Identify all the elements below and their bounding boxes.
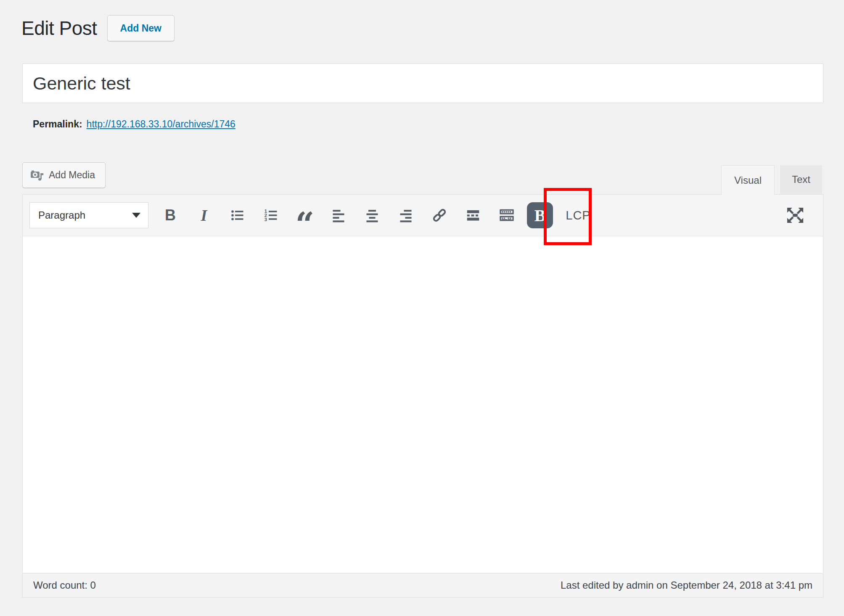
lcp-button-label: LCP	[566, 209, 590, 222]
editor-statusbar: Word count: 0 Last edited by admin on Se…	[23, 573, 823, 597]
permalink-link[interactable]: http://192.168.33.10/archives/1746	[87, 119, 235, 130]
bootstrap-icon: B	[534, 206, 546, 225]
add-media-label: Add Media	[49, 169, 95, 181]
page-title: Edit Post	[21, 17, 97, 40]
editor-content[interactable]	[23, 236, 823, 573]
read-more-button[interactable]	[460, 202, 487, 228]
fullscreen-button[interactable]	[782, 202, 809, 228]
italic-button[interactable]: I	[190, 202, 217, 228]
svg-text:3: 3	[265, 217, 267, 222]
align-center-button[interactable]	[359, 202, 386, 228]
align-left-icon	[331, 208, 346, 223]
tab-text[interactable]: Text	[780, 165, 822, 194]
add-new-button[interactable]: Add New	[107, 15, 175, 41]
bootstrap-shortcode-button[interactable]: B	[527, 202, 553, 228]
paragraph-format-label: Paragraph	[38, 209, 85, 221]
add-media-icon	[30, 169, 44, 181]
keyboard-icon	[499, 207, 515, 223]
blockquote-button[interactable]: “	[291, 202, 318, 228]
tab-visual[interactable]: Visual	[721, 165, 775, 195]
post-title-input[interactable]	[22, 63, 823, 103]
editor-container: Paragraph B I 1 2 3 “	[22, 194, 823, 597]
bold-icon: B	[165, 206, 176, 224]
chevron-down-icon	[132, 213, 140, 218]
align-center-icon	[365, 208, 380, 223]
bulleted-list-button[interactable]	[224, 202, 251, 228]
word-count: Word count: 0	[33, 579, 96, 591]
align-right-icon	[398, 208, 413, 223]
last-edited-info: Last edited by admin on September 24, 20…	[561, 579, 812, 591]
align-left-button[interactable]	[325, 202, 352, 228]
permalink: Permalink: http://192.168.33.10/archives…	[33, 119, 235, 130]
paragraph-format-select[interactable]: Paragraph	[29, 202, 148, 228]
insert-link-button[interactable]	[426, 202, 453, 228]
add-media-button[interactable]: Add Media	[22, 162, 106, 188]
bulleted-list-icon	[230, 208, 245, 223]
align-right-button[interactable]	[392, 202, 419, 228]
numbered-list-icon: 1 2 3	[264, 208, 279, 223]
bold-button[interactable]: B	[157, 202, 184, 228]
italic-icon: I	[201, 206, 207, 225]
permalink-label: Permalink:	[33, 119, 82, 130]
numbered-list-button[interactable]: 1 2 3	[258, 202, 285, 228]
read-more-icon	[466, 208, 481, 223]
link-icon	[431, 207, 447, 223]
toolbar-toggle-button[interactable]	[493, 202, 520, 228]
page-header: Edit Post Add New	[21, 15, 175, 41]
editor-toolbar: Paragraph B I 1 2 3 “	[23, 195, 823, 236]
fullscreen-icon	[786, 207, 805, 224]
lcp-shortcode-button[interactable]: LCP	[560, 202, 597, 228]
